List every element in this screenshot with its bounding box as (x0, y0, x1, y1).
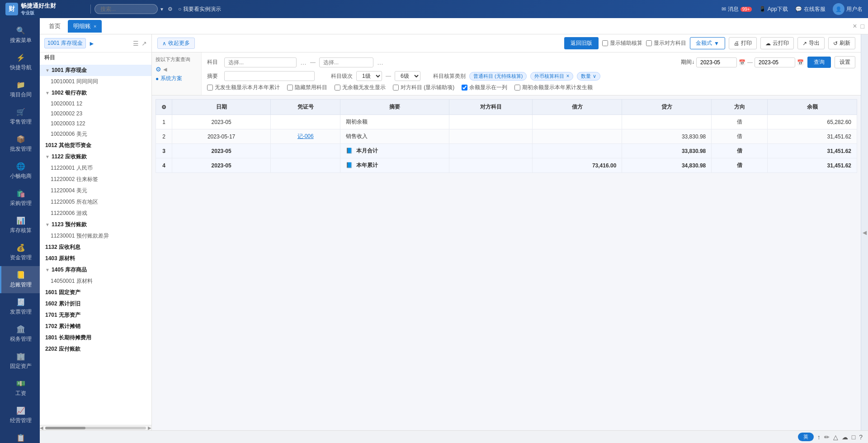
close-window-btn[interactable]: × (853, 22, 857, 30)
cb-no-occurrence-input[interactable] (335, 85, 340, 91)
lang-btn[interactable]: 英 (798, 433, 814, 441)
tree-item-1001[interactable]: ▼ 1001 库存现金 (40, 65, 151, 76)
show-contra-input[interactable] (646, 40, 652, 46)
account-tag-arrow[interactable]: ► (89, 40, 95, 47)
scroll-left-icon[interactable]: ◀ (40, 425, 43, 430)
show-contra-checkbox[interactable]: 显示对方科目 (646, 39, 686, 47)
status-upload-icon[interactable]: ↑ (817, 433, 821, 441)
tree-item-10010001[interactable]: 10010001 同同同同 (40, 76, 151, 87)
sidebar-item-report[interactable]: 📋 小畅报销 (0, 429, 40, 443)
cb-no-balance[interactable]: 无发生额显示本月本年累计 (207, 84, 280, 91)
tree-item-1405[interactable]: ▼ 1405 库存商品 (40, 264, 151, 276)
setting-btn[interactable]: 设置 (835, 56, 855, 68)
subject-filter-dots2[interactable]: … (377, 59, 383, 66)
more-btn[interactable]: ∧ 收起更多 (157, 38, 195, 49)
period-label[interactable]: 期间↓ (681, 58, 694, 66)
tree-item-10020006[interactable]: 10020006 美元 (40, 129, 151, 140)
tab-home[interactable]: 首页 (43, 20, 66, 33)
cal-icon1[interactable]: 📅 (739, 59, 745, 66)
tree-item-1002[interactable]: ▼ 1002 银行存款 (40, 87, 151, 99)
sidebar-item-tax[interactable]: 🏛️ 税务管理 (0, 320, 40, 348)
sidebar-item-mgmt[interactable]: 📈 经营管理 (0, 402, 40, 429)
status-cloud-icon[interactable]: ☁ (842, 433, 848, 441)
cb-hide-disabled[interactable]: 隐藏禁用科目 (287, 84, 327, 91)
tree-item-1702[interactable]: 1702 累计摊销 (40, 321, 151, 332)
tree-item-10020002[interactable]: 10020002 23 (40, 109, 151, 119)
sidebar-item-purchase[interactable]: 🛍️ 采购管理 (0, 185, 40, 212)
period-end-input[interactable] (755, 57, 795, 67)
sidebar-item-assets[interactable]: 🏢 固定资产 (0, 348, 40, 375)
settings-icon[interactable]: ⚙ (168, 6, 173, 12)
demo-link[interactable]: ○ 我要看实例演示 (178, 5, 221, 13)
tree-item-10020003[interactable]: 10020003 122 (40, 119, 151, 129)
sidebar-item-inventory[interactable]: 📊 库存核算 (0, 212, 40, 239)
scheme-settings-icon[interactable]: ⚙ (156, 66, 161, 73)
status-triangle-icon[interactable]: △ (833, 433, 838, 441)
tree-item-11230001[interactable]: 11230001 预付账款差异 (40, 230, 151, 242)
show-aux-checkbox[interactable]: 显示辅助核算 (602, 39, 642, 47)
scroll-right-icon[interactable]: ▶ (148, 425, 151, 430)
filter-tag-normal[interactable]: 普通科目 (无特殊核算) (469, 72, 527, 81)
export-btn[interactable]: ↗ 导出 (797, 37, 825, 49)
app-download-btn[interactable]: 📱 App下载 (759, 5, 788, 13)
tree-item-1602[interactable]: 1602 累计折旧 (40, 298, 151, 310)
period-start-input[interactable] (696, 57, 737, 67)
cloud-print-btn[interactable]: ☁ 云打印 (760, 37, 794, 49)
refresh-btn[interactable]: ↺ 刷新 (828, 37, 855, 49)
tree-item-1122[interactable]: ▼ 1122 应收账款 (40, 151, 151, 162)
sidebar-item-project[interactable]: 📁 项目合同 (0, 76, 40, 103)
cb-ytd-input[interactable] (514, 85, 520, 91)
tree-item-11220001[interactable]: 11220001 人民币 (40, 162, 151, 174)
sidebar-item-salary[interactable]: 💵 工资 (0, 375, 40, 402)
tree-item-10020001[interactable]: 10020001 12 (40, 99, 151, 109)
subject-filter-dots[interactable]: … (300, 59, 307, 66)
tree-item-1012[interactable]: 1012 其他货币资金 (40, 140, 151, 151)
restore-window-btn[interactable]: □ (861, 23, 864, 30)
voucher-link[interactable]: 记-006 (297, 133, 314, 139)
sidebar-item-wholesale[interactable]: 📦 批发管理 (0, 130, 40, 157)
display-mode-btn[interactable]: 金额式 ▼ (690, 37, 725, 49)
expand-icon[interactable]: ↗ (142, 40, 147, 47)
filter-tag-foreign-close[interactable]: × (566, 73, 569, 79)
tree-item-11220006[interactable]: 11220006 游戏 (40, 208, 151, 219)
sidebar-item-ecommerce[interactable]: 🌐 小畅电商 (0, 157, 40, 185)
sidebar-item-ledger[interactable]: 📒 总账管理 (0, 266, 40, 293)
print-btn[interactable]: 🖨 打印 (729, 37, 757, 49)
sidebar-item-retail[interactable]: 🛒 零售管理 (0, 103, 40, 130)
user-area[interactable]: 👤 用户名 (833, 3, 863, 15)
cb-contra[interactable]: 对方科目 (显示辅助项) (393, 84, 454, 91)
right-collapse-strip[interactable]: ◀ (861, 34, 868, 430)
tree-item-11220004[interactable]: 11220004 美元 (40, 185, 151, 196)
return-old-btn[interactable]: 返回旧版 (564, 37, 599, 49)
cb-contra-input[interactable] (393, 85, 399, 91)
filter-tag-quantity[interactable]: 数量 ∨ (577, 72, 600, 81)
list-icon[interactable]: ☰ (133, 40, 139, 47)
search-dropdown-icon[interactable]: ▼ (160, 7, 164, 12)
tree-item-1132[interactable]: 1132 应收利息 (40, 242, 151, 253)
quantity-chevron[interactable]: ∨ (593, 73, 596, 79)
status-help-icon[interactable]: ? (859, 433, 863, 441)
filter-tag-foreign[interactable]: 外币核算科目 × (530, 72, 573, 81)
tree-item-1123[interactable]: ▼ 1123 预付账款 (40, 219, 151, 230)
status-edit-icon[interactable]: ✏ (824, 433, 830, 441)
tab-ledger[interactable]: 明细账 × (68, 20, 102, 33)
level-to-select[interactable]: 6级5级4级 (395, 71, 420, 81)
tab-close-icon[interactable]: × (94, 24, 96, 29)
status-box-icon[interactable]: □ (852, 433, 855, 441)
scheme-item[interactable]: ● 系统方案 (156, 75, 198, 82)
sidebar-item-quicknav[interactable]: ⚡ 快捷导航 (0, 49, 40, 76)
subject-input2[interactable] (319, 57, 373, 67)
account-tag[interactable]: 1001 库存现金 (44, 38, 86, 48)
sidebar-item-invoice[interactable]: 🧾 发票管理 (0, 293, 40, 320)
search-btn[interactable]: 查询 (807, 57, 831, 68)
summary-input[interactable] (224, 71, 315, 81)
cal-icon2[interactable]: 📅 (797, 59, 804, 66)
show-aux-input[interactable] (602, 40, 608, 46)
cb-ytd[interactable]: 期初余额显示本年累计发生额 (514, 84, 593, 91)
tree-item-1801[interactable]: 1801 长期待摊费用 (40, 332, 151, 343)
chevron-left-icon[interactable]: ◀ (163, 67, 167, 72)
level-from-select[interactable]: 1级2级3级 (356, 71, 382, 81)
cb-hide-disabled-input[interactable] (287, 85, 293, 91)
col-settings[interactable]: ⚙ (156, 100, 172, 115)
message-btn[interactable]: ✉ 消息 99+ (722, 5, 752, 13)
